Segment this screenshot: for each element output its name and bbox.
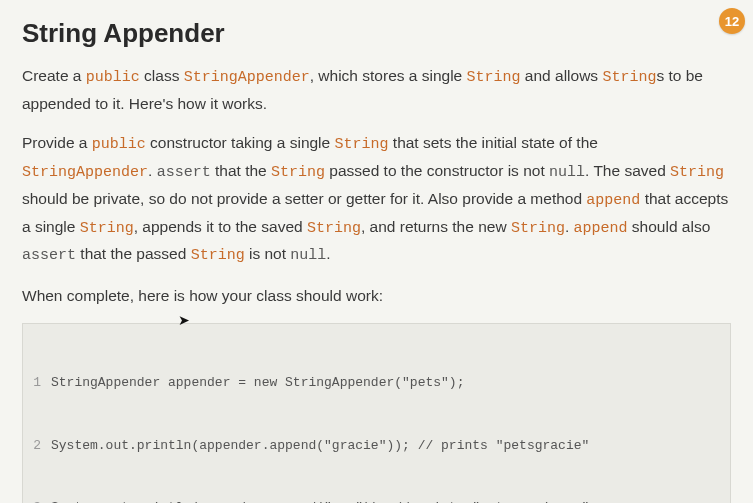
code-line: 3System.out.println(appender.append("xyz…	[23, 498, 730, 503]
code-line: 2System.out.println(appender.append("gra…	[23, 436, 730, 457]
line-number: 3	[23, 498, 51, 503]
intro-paragraph: Create a public class StringAppender, wh…	[22, 63, 731, 116]
keyword-string: String	[467, 69, 521, 86]
line-number: 1	[23, 373, 51, 394]
keyword-string: String	[307, 220, 361, 237]
code-text: System.out.println(appender.append("xyz"…	[51, 498, 589, 503]
code-line: 1StringAppender appender = new StringApp…	[23, 373, 730, 394]
text: , which stores a single	[310, 67, 467, 84]
keyword-append: append	[574, 220, 628, 237]
text: Provide a	[22, 134, 92, 151]
text: should also	[628, 218, 711, 235]
code-text: StringAppender appender = new StringAppe…	[51, 373, 464, 394]
text: .	[565, 218, 574, 235]
text: and allows	[521, 67, 603, 84]
text: constructor taking a single	[146, 134, 335, 151]
keyword-null: null	[549, 164, 585, 181]
text: , and returns the new	[361, 218, 511, 235]
text: passed to the constructor is not	[325, 162, 549, 179]
keyword-string: String	[602, 69, 656, 86]
text: , appends it to the saved	[134, 218, 307, 235]
example-lead: When complete, here is how your class sh…	[22, 283, 731, 309]
keyword-public: public	[92, 136, 146, 153]
text: that sets the initial state of the	[389, 134, 598, 151]
score-value: 12	[725, 14, 739, 29]
keyword-string: String	[511, 220, 565, 237]
keyword-string: String	[670, 164, 724, 181]
code-text: System.out.println(appender.append("grac…	[51, 436, 589, 457]
keyword-string: String	[271, 164, 325, 181]
keyword-string: String	[335, 136, 389, 153]
keyword-public: public	[86, 69, 140, 86]
text: is not	[245, 245, 291, 262]
text: . The saved	[585, 162, 670, 179]
keyword-string: String	[191, 247, 245, 264]
keyword-classname: StringAppender	[184, 69, 310, 86]
text: .	[148, 162, 157, 179]
text: should be private, so do not provide a s…	[22, 190, 586, 207]
detail-paragraph: Provide a public constructor taking a si…	[22, 130, 731, 269]
keyword-classname: StringAppender	[22, 164, 148, 181]
keyword-null: null	[290, 247, 326, 264]
text: .	[326, 245, 330, 262]
keyword-assert: assert	[157, 164, 211, 181]
text: that the	[211, 162, 271, 179]
score-badge: 12	[719, 8, 745, 34]
keyword-assert: assert	[22, 247, 76, 264]
text: class	[140, 67, 184, 84]
text: Create a	[22, 67, 86, 84]
line-number: 2	[23, 436, 51, 457]
code-example: 1StringAppender appender = new StringApp…	[22, 323, 731, 503]
text: that the passed	[76, 245, 191, 262]
page-title: String Appender	[22, 18, 731, 49]
keyword-string: String	[80, 220, 134, 237]
keyword-append: append	[586, 192, 640, 209]
